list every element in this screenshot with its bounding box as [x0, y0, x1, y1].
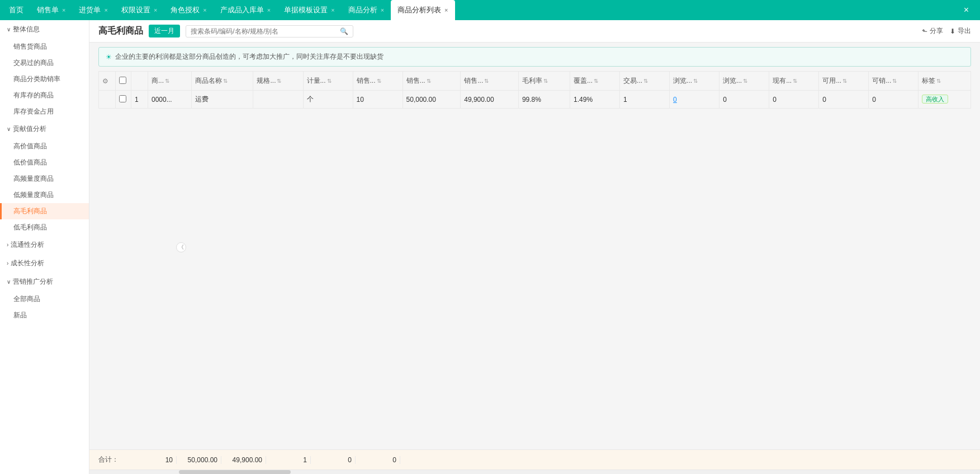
- row-name: 运费: [191, 91, 253, 109]
- horizontal-scrollbar[interactable]: [89, 470, 980, 474]
- arrow-icon: ∨: [7, 26, 11, 32]
- col-browse2: 浏览...⇅: [719, 72, 769, 91]
- select-all-checkbox[interactable]: [119, 77, 126, 84]
- sidebar-group-marketing-analysis[interactable]: ∨营销推广分析: [0, 273, 89, 291]
- col-settings[interactable]: ⚙: [99, 72, 116, 91]
- sidebar-group-overall[interactable]: ∨整体信息: [0, 20, 89, 39]
- nav-tab-sales[interactable]: 销售单×: [30, 0, 72, 20]
- col-coverage: 覆盖...⇅: [570, 72, 620, 91]
- sidebar-item-contribution-rate[interactable]: 商品分类助销率: [0, 71, 89, 87]
- window-close-button[interactable]: ×: [959, 5, 973, 15]
- nav-tab-roles[interactable]: 角色授权×: [164, 0, 213, 20]
- arrow-icon: ›: [7, 260, 8, 266]
- sort-icon-name[interactable]: ⇅: [223, 78, 228, 84]
- share-icon: ⬑: [922, 27, 927, 35]
- sort-icon-unit[interactable]: ⇅: [327, 78, 332, 84]
- sort-icon-margin-rate[interactable]: ⇅: [543, 78, 548, 84]
- nav-tab-purchase[interactable]: 进货单×: [72, 0, 114, 20]
- nav-tab-close-sales[interactable]: ×: [62, 7, 65, 13]
- sidebar-collapse-button[interactable]: 《: [176, 242, 186, 252]
- nav-tab-analysis[interactable]: 商品分析×: [342, 0, 391, 20]
- nav-tab-templates[interactable]: 单据模板设置×: [277, 0, 341, 20]
- row-index: 1: [131, 91, 148, 109]
- sidebar-item-traded-goods[interactable]: 交易过的商品: [0, 55, 89, 71]
- share-button[interactable]: ⬑ 分享: [922, 26, 943, 36]
- col-code: 商...⇅: [148, 72, 192, 91]
- col-label-current: 现有...: [773, 76, 792, 86]
- sidebar-item-high-value[interactable]: 高价值商品: [0, 138, 89, 154]
- sort-icon-current[interactable]: ⇅: [793, 78, 797, 84]
- sort-icon-browse1[interactable]: ⇅: [693, 78, 698, 84]
- filter-month-button[interactable]: 近一月: [149, 25, 180, 37]
- nav-tab-close-analysis-list[interactable]: ×: [444, 7, 448, 13]
- sidebar-item-stocked-goods[interactable]: 有库存的商品: [0, 87, 89, 104]
- scrollbar-thumb[interactable]: [179, 470, 291, 474]
- col-label-browse2: 浏览...: [723, 76, 742, 86]
- col-checkbox-header[interactable]: [116, 72, 131, 91]
- footer-totals: 合计： 10 50,000.00 49,900.00 1 0 0: [89, 449, 980, 470]
- sort-icon-sellable[interactable]: ⇅: [892, 78, 897, 84]
- nav-tab-home[interactable]: 首页: [2, 0, 30, 20]
- sidebar-item-inventory-occupation[interactable]: 库存资金占用: [0, 104, 89, 120]
- sidebar-group-growth-analysis[interactable]: ›成长性分析: [0, 254, 89, 273]
- sidebar-group-label: 成长性分析: [11, 259, 44, 268]
- row-browse2: 0: [719, 91, 769, 109]
- sort-icon-available[interactable]: ⇅: [842, 78, 847, 84]
- nav-tab-close-products[interactable]: ×: [267, 7, 271, 13]
- nav-tab-close-roles[interactable]: ×: [203, 7, 206, 13]
- sidebar-item-sales-goods[interactable]: 销售货商品: [0, 39, 89, 55]
- sidebar-item-high-freq[interactable]: 高频量度商品: [0, 171, 89, 187]
- sidebar-group-label: 营销推广分析: [13, 277, 53, 287]
- sort-icon-browse2[interactable]: ⇅: [743, 78, 747, 84]
- col-label-browse1: 浏览...: [673, 76, 692, 86]
- nav-tab-analysis-list[interactable]: 商品分析列表×: [391, 0, 455, 20]
- nav-tab-close-analysis[interactable]: ×: [381, 7, 384, 13]
- export-label: 导出: [958, 26, 971, 36]
- sort-icon-code[interactable]: ⇅: [165, 78, 169, 84]
- nav-tab-close-templates[interactable]: ×: [331, 7, 334, 13]
- row-browse1[interactable]: 0: [670, 91, 719, 109]
- browse1-link[interactable]: 0: [673, 96, 677, 104]
- nav-tab-products[interactable]: 产成品入库单×: [214, 0, 277, 20]
- footer-cells: 10 50,000.00 49,900.00 1 0 0: [132, 456, 971, 464]
- sidebar-item-low-margin[interactable]: 低毛利商品: [0, 219, 89, 236]
- sidebar-item-new-goods[interactable]: 新品: [0, 307, 89, 323]
- sidebar-item-high-margin[interactable]: 高毛利商品: [0, 203, 89, 219]
- col-available: 可用...⇅: [819, 72, 869, 91]
- row-settings: [99, 91, 116, 109]
- sort-icon-sales-profit[interactable]: ⇅: [484, 78, 489, 84]
- sort-icon-spec[interactable]: ⇅: [277, 78, 281, 84]
- col-sales-amt: 销售...⇅: [403, 72, 461, 91]
- row-coverage: 1.49%: [570, 91, 620, 109]
- sort-icon-coverage[interactable]: ⇅: [594, 78, 598, 84]
- nav-tab-close-purchase[interactable]: ×: [104, 7, 107, 13]
- sidebar-item-low-freq[interactable]: 低频量度商品: [0, 187, 89, 203]
- header-actions: ⬑ 分享 ⬇ 导出: [922, 26, 971, 36]
- col-label-sales-profit: 销售...: [464, 76, 483, 86]
- nav-tab-permissions[interactable]: 权限设置×: [115, 0, 164, 20]
- data-table: ⚙商...⇅商品名称⇅规格...⇅计量...⇅销售...⇅销售...⇅销售...…: [98, 71, 971, 109]
- settings-icon[interactable]: ⚙: [102, 77, 108, 85]
- sort-icon-sales-amt[interactable]: ⇅: [427, 78, 431, 84]
- col-label-sellable: 可销...: [872, 76, 891, 86]
- search-box[interactable]: 🔍: [186, 25, 353, 37]
- footer-sales-profit: 49,900.00: [221, 456, 266, 464]
- sort-icon-tag[interactable]: ⇅: [936, 78, 941, 84]
- sidebar-group-label: 流通性分析: [11, 240, 44, 250]
- sidebar-item-low-value[interactable]: 低价值商品: [0, 154, 89, 171]
- info-banner: ☀ 企业的主要的利润都是这部分商品创造的，可考虑加大推广，同时关注库存是不要出现…: [98, 47, 971, 67]
- col-browse1: 浏览...⇅: [670, 72, 719, 91]
- table-row: 10000...运费个1050,000.0049,900.0099.8%1.49…: [99, 91, 971, 109]
- main-layout: ∨整体信息销售货商品交易过的商品商品分类助销率有库存的商品库存资金占用∨贡献值分…: [0, 20, 980, 474]
- row-select-checkbox[interactable]: [119, 95, 126, 102]
- sidebar-item-all-goods[interactable]: 全部商品: [0, 291, 89, 307]
- export-button[interactable]: ⬇ 导出: [950, 26, 971, 36]
- nav-tab-close-permissions[interactable]: ×: [154, 7, 157, 13]
- sidebar-group-flow-analysis[interactable]: ›流通性分析: [0, 236, 89, 254]
- row-checkbox[interactable]: [116, 91, 131, 109]
- row-transactions: 1: [620, 91, 670, 109]
- sort-icon-sales-qty[interactable]: ⇅: [377, 78, 381, 84]
- sort-icon-transactions[interactable]: ⇅: [643, 78, 648, 84]
- sidebar-group-wealth-analysis[interactable]: ∨贡献值分析: [0, 120, 89, 138]
- search-input[interactable]: [191, 27, 340, 35]
